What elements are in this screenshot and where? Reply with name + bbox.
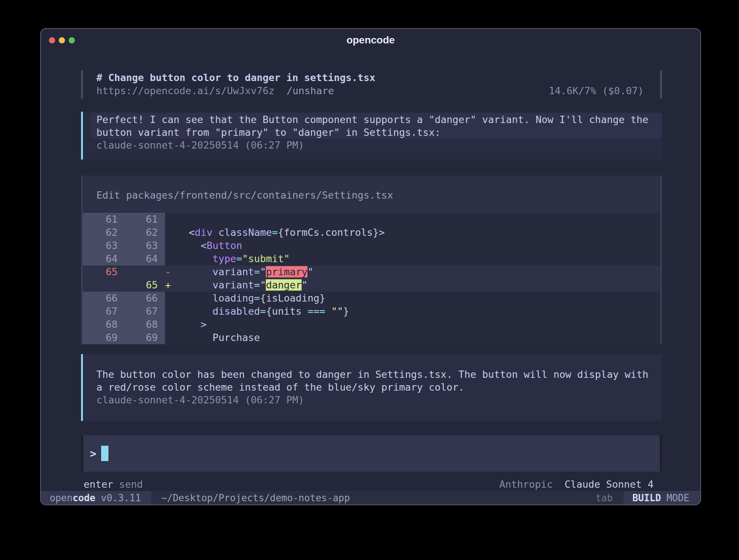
code-token: isLoading (266, 292, 319, 304)
tab-key-hint: tab (596, 492, 613, 503)
code-token: }> (373, 227, 385, 238)
code-token: = (254, 279, 260, 291)
diff-code-line: type="submit" (165, 252, 290, 265)
diff-row: 6565- variant="primary" (83, 265, 660, 279)
diff-old-line-number: 61 (83, 213, 125, 226)
diff-new-line-number: 68 (125, 318, 165, 331)
diff-marker (165, 319, 171, 330)
code-token: loading (212, 292, 254, 304)
code-token: primary (266, 266, 307, 277)
diff-marker (165, 332, 171, 343)
app-version-chip: opencode v0.3.11 (41, 491, 151, 505)
diff-marker: + (165, 279, 171, 291)
code-token: } (343, 306, 349, 317)
diff-code-line: > (165, 318, 207, 331)
assistant-message-1: Perfect! I can see that the Button compo… (81, 112, 662, 160)
status-bar: opencode v0.3.11 ~/Desktop/Projects/demo… (41, 491, 700, 505)
code-token: " (260, 279, 266, 291)
diff-old-line-number: 65 (83, 279, 125, 292)
text-cursor (101, 446, 108, 461)
status-right: tab BUILD MODE (596, 491, 700, 505)
enter-key-hint: enter (84, 478, 113, 491)
code-token: className (212, 227, 272, 238)
code-token: variant (212, 266, 254, 277)
diff-new-line-number: 67 (125, 305, 165, 318)
context-stats: 14.6K/7% ($0.07) (549, 84, 644, 97)
titlebar: opencode (41, 29, 700, 51)
code-token: units (272, 306, 308, 317)
provider-name: Anthropic (499, 479, 553, 490)
code-token: < (189, 227, 195, 238)
diff-new-line-number: 65 (125, 279, 165, 292)
code-token: div (195, 227, 212, 238)
mode-chip[interactable]: BUILD MODE (624, 491, 700, 505)
send-action-hint: send (119, 478, 143, 491)
unshare-command[interactable]: /unshare (287, 84, 334, 97)
diff-new-line-number: 64 (125, 252, 165, 265)
diff-marker (165, 227, 171, 238)
session-header: # Change button color to danger in setti… (81, 70, 662, 99)
code-token: "" (331, 306, 343, 317)
message-text: Perfect! I can see that the Button compo… (91, 113, 662, 139)
diff-code-line (165, 213, 177, 226)
diff-new-line-number: 63 (125, 239, 165, 252)
diff-marker (165, 292, 171, 304)
diff-row: 6363 <Button (83, 239, 660, 252)
diff-code-line: Purchase (165, 331, 260, 344)
code-token: > (201, 319, 207, 330)
code-token: " (302, 279, 307, 291)
edit-tool-block: Edit packages/frontend/src/containers/Se… (81, 176, 662, 344)
code-token: = (236, 253, 242, 264)
diff-new-line-number: 65 (125, 265, 165, 279)
diff-old-line-number: 69 (83, 331, 125, 344)
window-title: opencode (41, 29, 700, 51)
code-token: " (307, 266, 313, 277)
diff-row: 6868 > (83, 318, 660, 331)
brand-code: code (73, 492, 96, 503)
code-token: { (266, 306, 272, 317)
share-url[interactable]: https://opencode.ai/s/UwJxv76z (96, 84, 275, 97)
edit-file-path: Edit packages/frontend/src/containers/Se… (83, 176, 660, 213)
message-text: The button color has been changed to dan… (96, 368, 662, 394)
diff-rows: 6161 6262 <div className={formCs.control… (83, 213, 660, 344)
code-token: { (260, 292, 266, 304)
code-token: danger (266, 279, 302, 291)
diff-new-line-number: 62 (125, 226, 165, 239)
diff-row: 6969 Purchase (83, 331, 660, 344)
diff-old-line-number: 65 (83, 265, 125, 279)
app-version: v0.3.11 (101, 492, 141, 503)
code-token: < (201, 240, 207, 251)
diff-marker: - (165, 266, 171, 277)
assistant-message-2: The button color has been changed to dan… (81, 354, 662, 421)
diff-old-line-number: 64 (83, 252, 125, 265)
diff-marker (165, 240, 171, 251)
prompt-symbol: > (90, 447, 96, 460)
diff-code-line: - variant="primary" (165, 265, 313, 279)
brand-open: open (50, 492, 73, 503)
diff-old-line-number: 68 (83, 318, 125, 331)
diff-code-line: + variant="danger" (165, 279, 307, 292)
message-line: a red/rose color scheme instead of the b… (96, 381, 662, 394)
diff-code-line: <Button (165, 239, 242, 252)
app-window: opencode # Change button color to danger… (40, 28, 701, 505)
code-token: } (319, 292, 325, 304)
diff-row: 6767 disabled={units === ""} (83, 305, 660, 318)
code-token: formCs.controls (284, 227, 373, 238)
diff-new-line-number: 61 (125, 213, 165, 226)
code-token: = (254, 266, 260, 277)
diff-code-line: disabled={units === ""} (165, 305, 349, 318)
message-line: The button color has been changed to dan… (96, 368, 662, 381)
diff-code-line: <div className={formCs.controls}> (165, 226, 385, 239)
diff-row: 6262 <div className={formCs.controls}> (83, 226, 660, 239)
code-token: = (254, 292, 260, 304)
message-line: button variant from "primary" to "danger… (96, 126, 662, 139)
diff-old-line-number: 67 (83, 305, 125, 318)
session-meta-row: https://opencode.ai/s/UwJxv76z /unshare … (96, 84, 644, 97)
diff-row: 6666 loading={isLoading} (83, 292, 660, 305)
diff-new-line-number: 66 (125, 292, 165, 305)
diff-row: 6464 type="submit" (83, 252, 660, 265)
prompt-input[interactable]: > (81, 435, 662, 472)
model-indicator: Anthropic Claude Sonnet 4 (499, 478, 659, 491)
code-token: "submit" (242, 253, 290, 264)
diff-row: 6161 (83, 213, 660, 226)
